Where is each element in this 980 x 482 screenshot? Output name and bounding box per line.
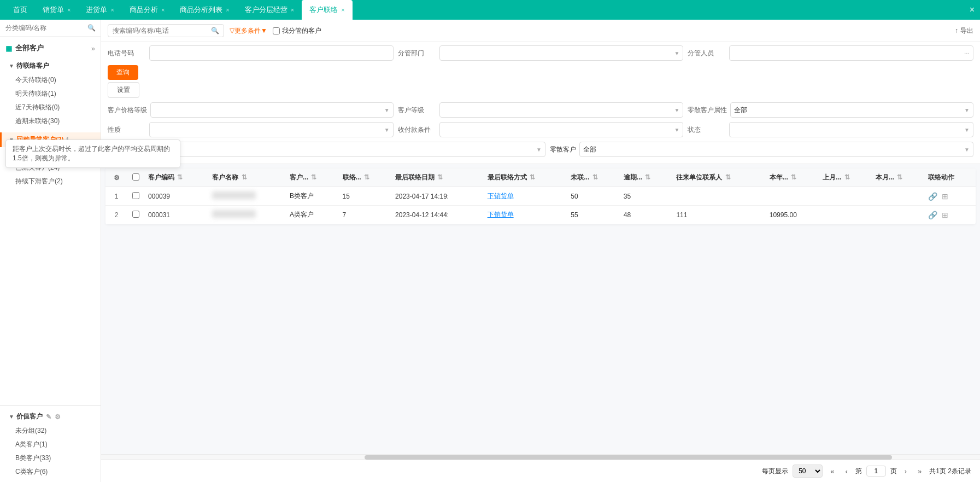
sort-overdue-icon[interactable]: ⇅ xyxy=(645,173,650,181)
nav-customer-layered[interactable]: 客户分层经营 × xyxy=(237,0,302,20)
query-button[interactable]: 查询 xyxy=(108,65,138,80)
sort-year-icon[interactable]: ⇅ xyxy=(791,173,796,181)
table-area[interactable]: ⚙ 客户编码 ⇅ 客户名称 ⇅ xyxy=(101,164,980,454)
close-customer-contact-icon[interactable]: × xyxy=(341,7,344,13)
settings-icon-th[interactable]: ⚙ xyxy=(114,174,120,182)
cell-this-year-2: 10995.00 xyxy=(765,206,819,224)
scroll-thumb[interactable] xyxy=(365,455,892,460)
cell-unit-contacts-1 xyxy=(672,187,765,206)
close-purchase-order-icon[interactable]: × xyxy=(110,7,114,13)
nav-sales-order[interactable]: 销货单 × xyxy=(35,0,78,20)
link-icon-2[interactable]: 🔗 xyxy=(928,211,937,219)
filter-select-customer-type[interactable]: ▼ xyxy=(151,142,545,157)
sort-this-month-icon[interactable]: ⇅ xyxy=(897,173,902,181)
export-button[interactable]: ↑ 导出 xyxy=(955,26,973,36)
sidebar-item-unclassified[interactable]: 未分组(32) xyxy=(0,424,101,438)
sidebar-item-class-a[interactable]: A类客户(1) xyxy=(0,438,101,451)
sidebar-item-tomorrow[interactable]: 明天待联络(1) xyxy=(0,87,101,101)
close-all-tabs-button[interactable]: × xyxy=(970,5,975,15)
sort-code-icon[interactable]: ⇅ xyxy=(177,173,183,181)
customer-name-blurred-2 xyxy=(212,210,256,218)
sidebar-search-input[interactable] xyxy=(5,24,87,32)
tree-root-all-customers[interactable]: ▦ 全部客户 » xyxy=(0,40,101,56)
last-page-button[interactable]: » xyxy=(914,466,925,477)
filter-select-status[interactable]: ▼ xyxy=(729,122,973,137)
filter-cell-nature: 性质 ▼ xyxy=(108,122,394,137)
settings-button[interactable]: 设置 xyxy=(108,82,139,98)
sidebar-item-declining[interactable]: 持续下滑客户(2) xyxy=(0,175,101,188)
grid-action-icon-2[interactable]: ⊞ xyxy=(942,211,948,219)
table-row: 1 000039 B类客户 15 2023-04-17 14:19: 下销货单 xyxy=(105,187,976,206)
sort-contact-icon[interactable]: ⇅ xyxy=(364,173,369,181)
filter-select-price-level[interactable]: ▼ xyxy=(150,102,394,118)
per-page-select[interactable]: 50 100 200 xyxy=(793,464,823,478)
sort-date-icon[interactable]: ⇅ xyxy=(437,173,443,181)
sidebar-item-today[interactable]: 今天待联络(0) xyxy=(0,73,101,87)
page-number-input[interactable] xyxy=(866,466,886,477)
sidebar-item-class-c[interactable]: C类客户(6) xyxy=(0,465,101,479)
next-page-button[interactable]: › xyxy=(901,466,910,477)
row-checkbox-2[interactable] xyxy=(132,211,139,218)
sidebar-search-icon[interactable]: 🔍 xyxy=(87,24,96,32)
filter-select-customer-level[interactable]: ▼ xyxy=(439,102,684,118)
nav-purchase-order[interactable]: 进货单 × xyxy=(78,0,121,20)
settings-icon-sidebar[interactable]: ⚙ xyxy=(55,413,61,421)
sort-category-icon[interactable]: ⇅ xyxy=(311,173,316,181)
close-product-analysis-list-icon[interactable]: × xyxy=(226,7,229,13)
sort-unit-icon[interactable]: ⇅ xyxy=(725,173,731,181)
tree-root-label: 全部客户 xyxy=(15,43,44,53)
total-records-label: 共1页 2条记录 xyxy=(929,467,971,476)
row-checkbox-1[interactable] xyxy=(132,192,139,199)
sidebar-item-overdue-contact[interactable]: 逾期未联络(30) xyxy=(0,114,101,128)
grid-action-icon-1[interactable]: ⊞ xyxy=(942,192,948,201)
my-customers-label: 我分管的客户 xyxy=(282,26,321,36)
sort-name-icon[interactable]: ⇅ xyxy=(242,173,247,181)
filter-select-payment-terms[interactable]: ▼ xyxy=(439,122,684,137)
contact-way-link-2[interactable]: 下销货单 xyxy=(488,211,514,218)
filter-select-dept[interactable]: ▼ xyxy=(439,45,684,61)
filter-label-status: 状态 xyxy=(688,125,726,135)
close-sales-order-icon[interactable]: × xyxy=(67,7,71,13)
more-conditions-button[interactable]: ▽ 更多条件 ▼ xyxy=(230,26,267,36)
close-product-analysis-icon[interactable]: × xyxy=(161,7,165,13)
nav-product-analysis-list[interactable]: 商品分析列表 × xyxy=(172,0,237,20)
sort-way-icon[interactable]: ⇅ xyxy=(530,173,535,181)
main-search-icon[interactable]: 🔍 xyxy=(211,27,219,34)
select-all-checkbox[interactable] xyxy=(132,173,139,181)
sort-not-contacted-icon[interactable]: ⇅ xyxy=(592,173,598,181)
cell-actions-2: 🔗 ⊞ xyxy=(924,206,976,224)
advanced-filter: 电话号码 分管部门 ▼ 分管人员 ··· xyxy=(101,42,980,164)
nav-product-analysis[interactable]: 商品分析 × xyxy=(122,0,172,20)
close-customer-layered-icon[interactable]: × xyxy=(291,7,294,13)
arrow-down-icon: ▼ xyxy=(9,63,14,69)
edit-icon[interactable]: ✎ xyxy=(46,413,51,421)
sort-last-month-icon[interactable]: ⇅ xyxy=(844,173,850,181)
filter-cell-retail-customer: 零散客户 全部 ▼ xyxy=(550,142,973,157)
horizontal-scrollbar[interactable] xyxy=(101,454,980,460)
sidebar-item-class-b[interactable]: B类客户(33) xyxy=(0,451,101,465)
filter-select-retail-customer[interactable]: 全部 ▼ xyxy=(579,142,973,157)
filter-label-retail-attr: 零散客户属性 xyxy=(688,106,727,115)
sidebar-item-7days[interactable]: 近7天待联络(0) xyxy=(0,101,101,114)
main-search-input[interactable] xyxy=(113,27,211,34)
filter-select-retail-attr[interactable]: 全部 ▼ xyxy=(730,102,973,118)
cell-date-1: 2023-04-17 14:19: xyxy=(391,187,483,206)
filter-select-nature[interactable]: ▼ xyxy=(149,122,394,137)
sidebar-tree: ▦ 全部客户 » ▼ 待联络客户 今天待联络(0) 明天待联络(1) 近7天待联… xyxy=(0,37,101,405)
cell-way-1: 下销货单 xyxy=(483,187,567,206)
first-page-button[interactable]: « xyxy=(827,466,837,477)
tree-section-value-title[interactable]: ▼ 价值客户 ✎ ⚙ xyxy=(0,409,101,424)
filter-input-phone[interactable] xyxy=(149,45,394,61)
nav-home[interactable]: 首页 xyxy=(5,0,35,20)
col-header-not-contacted: 未联... ⇅ xyxy=(566,169,619,187)
filter-cell-price-level: 客户价格等级 ▼ xyxy=(108,102,394,118)
filter-select-manager[interactable]: ··· xyxy=(729,45,973,61)
tree-section-pending-title[interactable]: ▼ 待联络客户 xyxy=(0,59,101,73)
main-layout: 🔍 ▦ 全部客户 » ▼ 待联络客户 今天待联络(0) 明天待联络(1) xyxy=(0,20,980,482)
contact-way-link-1[interactable]: 下销货单 xyxy=(488,192,514,200)
nav-customer-contact[interactable]: 客户联络 × xyxy=(302,0,352,20)
my-customers-checkbox[interactable] xyxy=(273,27,280,34)
link-icon-1[interactable]: 🔗 xyxy=(928,192,937,201)
tree-collapse-icon[interactable]: » xyxy=(91,44,95,53)
prev-page-button[interactable]: ‹ xyxy=(842,466,850,477)
